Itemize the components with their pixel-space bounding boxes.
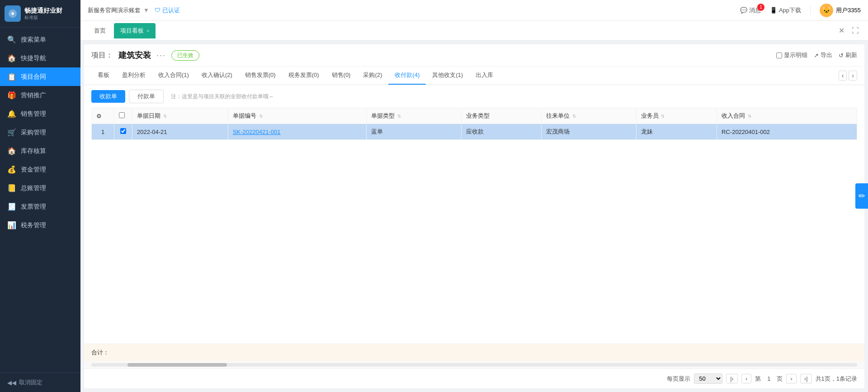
page-first-button[interactable]: |‹ [726,374,738,383]
page-unit: 页 [777,375,783,383]
row-no[interactable]: SK-20220421-001 [228,124,366,140]
sidebar-item-label: 营销推广 [21,91,46,100]
sub-tab-profit[interactable]: 盈利分析 [116,67,152,85]
th-settings[interactable]: ⚙ [92,108,114,124]
refresh-label: 刷新 [845,51,857,59]
row-salesman: 龙妹 [636,124,717,140]
sidebar-item-search[interactable]: 🔍 搜索菜单 [0,30,80,49]
search-nav-icon: 🔍 [7,35,16,44]
sidebar-item-label: 库存核算 [21,147,46,155]
show-detail-checkbox[interactable]: 显示明细 [776,51,807,59]
sidebar-item-label: 快捷导航 [21,54,46,62]
show-detail-input[interactable] [776,53,782,58]
refresh-button[interactable]: ↺ 刷新 [839,51,857,59]
float-action-button[interactable]: ✏ [855,183,868,209]
sort-income-contract-icon[interactable]: ⇅ [748,114,751,119]
sub-tab-kanban[interactable]: 看板 [91,67,116,85]
sidebar-item-inventory[interactable]: 🏠 库存核算 [0,142,80,160]
payment-tab-button[interactable]: 付款单 [129,90,164,103]
sidebar-item-label: 税务管理 [21,221,46,229]
page-next-button[interactable]: › [786,374,796,383]
row-type: 蓝单 [367,124,462,140]
th-no: 单据编号 ⇅ [228,108,366,124]
ledger-nav-icon: 📒 [7,184,16,192]
tabs-actions: ✕ ⛶ [837,25,861,36]
sort-date-icon[interactable]: ⇅ [163,114,167,119]
sidebar-item-label: 销售管理 [21,110,46,118]
sub-tabs-prev-button[interactable]: ‹ [839,71,847,81]
summary-row: 合计： [84,344,864,361]
sub-tab-sales-invoice[interactable]: 销售发票(0) [239,67,282,85]
horizontal-scrollbar[interactable] [84,361,864,368]
table-container: ⚙ 单据日期 ⇅ 单据编号 ⇅ [84,108,864,344]
sub-tab-tax-invoice[interactable]: 税务发票(0) [282,67,326,85]
sales-nav-icon: 🔔 [7,110,16,118]
account-selector[interactable]: 新服务官网演示账套 ▼ [88,6,149,14]
tab-close-icon[interactable]: × [146,28,149,33]
tab-project-board-label: 项目看板 [120,27,144,35]
shield-icon: 🛡 [155,7,160,14]
app-logo [5,5,21,22]
sort-type-icon[interactable]: ⇅ [397,114,401,119]
unpin-button[interactable]: ◀◀ 取消固定 [0,373,80,392]
page-last-button[interactable]: ›| [800,374,812,383]
th-date: 单据日期 ⇅ [132,108,228,124]
tab-home[interactable]: 首页 [88,23,112,38]
sub-tab-other-expense[interactable]: 其他收支(1) [426,67,469,85]
sub-tabs-next-button[interactable]: › [849,71,857,81]
page-label: 第 [755,375,761,383]
sidebar-item-sales[interactable]: 🔔 销售管理 [0,105,80,123]
sort-no-icon[interactable]: ⇅ [259,114,263,119]
sidebar-item-shortcut[interactable]: 🏠 快捷导航 [0,49,80,67]
row-no-link[interactable]: SK-20220421-001 [233,129,281,135]
certified-badge: 🛡 已认证 [155,6,180,14]
row-checkbox-cell[interactable] [114,124,132,140]
sidebar-item-label: 总账管理 [21,184,46,192]
unpin-icon: ◀◀ [7,379,16,386]
scrollbar-thumb[interactable] [127,363,227,367]
app-download-button[interactable]: 📱 App下载 [770,6,801,14]
sort-salesman-icon[interactable]: ⇅ [661,114,665,119]
topbar-right: 💬 消息 1 📱 App下载 🐱 用户3355 [740,4,861,17]
scrollbar-track[interactable] [91,363,857,367]
export-label: 导出 [821,51,832,59]
settings-icon[interactable]: ⚙ [96,113,102,120]
sidebar-item-finance[interactable]: 💰 资金管理 [0,160,80,179]
sub-tab-stock-io[interactable]: 出入库 [469,67,500,85]
message-button[interactable]: 💬 消息 1 [740,6,761,14]
sidebar-item-ledger[interactable]: 📒 总账管理 [0,179,80,197]
sidebar-item-purchase[interactable]: 🛒 采购管理 [0,123,80,142]
sort-partner-icon[interactable]: ⇅ [572,114,576,119]
sub-tab-receipt[interactable]: 收付款(4) [388,67,426,85]
more-options-button[interactable]: ··· [156,51,166,60]
page-prev-button[interactable]: ‹ [741,374,751,383]
receipt-tab-button[interactable]: 收款单 [91,90,125,103]
th-biz-type-label: 业务类型 [466,112,490,119]
table-row[interactable]: 1 2022-04-21 SK-20220421-001 蓝单 应收款 宏茂商场… [92,124,857,140]
sidebar-item-contract[interactable]: 📋 项目合同 [0,67,80,86]
select-all-checkbox[interactable] [119,112,125,118]
sub-tab-income-confirm[interactable]: 收入确认(2) [195,67,239,85]
close-window-button[interactable]: ✕ [837,25,846,36]
sub-tab-sales[interactable]: 销售(0) [326,67,357,85]
user-menu[interactable]: 🐱 用户3355 [820,4,861,17]
th-income-contract: 收入合同 ⇅ [717,108,857,124]
user-avatar: 🐱 [820,4,833,17]
th-date-label: 单据日期 [137,112,160,119]
project-header-actions: 显示明细 ↗ 导出 ↺ 刷新 [776,51,857,59]
tab-project-board[interactable]: 项目看板 × [114,23,156,38]
project-name: 建筑安装 [118,50,151,61]
export-button[interactable]: ↗ 导出 [814,51,832,59]
sub-tab-income-contract[interactable]: 收入合同(1) [152,67,195,85]
sidebar-item-marketing[interactable]: 🎁 营销推广 [0,86,80,105]
sub-tab-purchase[interactable]: 采购(2) [357,67,388,85]
sidebar-item-tax[interactable]: 📊 税务管理 [0,216,80,234]
th-biz-type: 业务类型 [462,108,542,124]
th-checkbox[interactable] [114,108,132,124]
topbar-divider [810,6,811,15]
sidebar-item-invoice[interactable]: 🧾 发票管理 [0,197,80,216]
maximize-window-button[interactable]: ⛶ [850,25,861,36]
row-checkbox[interactable] [120,128,126,134]
per-page-select[interactable]: 50 [694,373,722,384]
project-header: 项目： 建筑安装 ··· 已生效 显示明细 ↗ 导出 ↺ 刷新 [84,44,864,67]
